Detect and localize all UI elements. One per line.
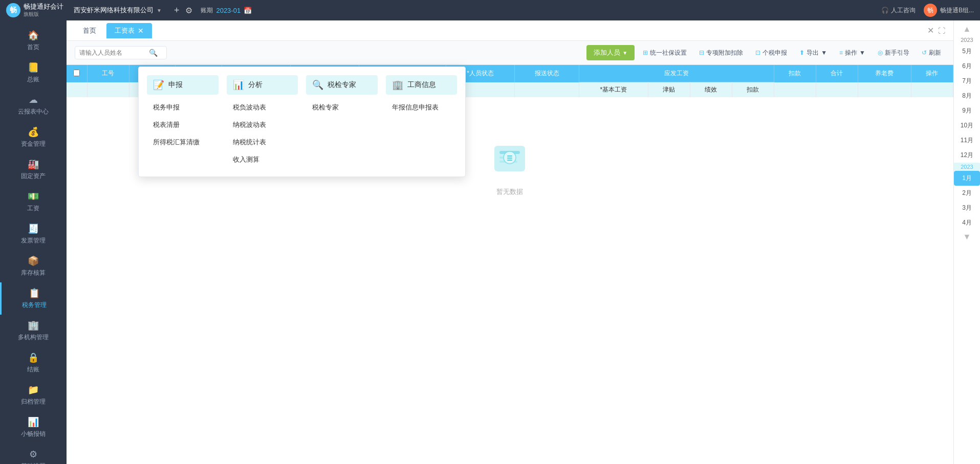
empty-text: 暂无数据 (496, 187, 523, 196)
user-info[interactable]: 畅 畅捷通B组... (924, 4, 974, 17)
social-security-button[interactable]: ⊞ 统一社保设置 (639, 47, 691, 59)
sidebar-item-tax[interactable]: 📋 税务管理 (0, 282, 67, 315)
popup-header-business: 🏢 工商信息 (386, 75, 458, 95)
sidebar-item-cloud-report[interactable]: ☁ 云报表中心 (0, 89, 67, 121)
add-btn-label: 添加人员 (594, 48, 620, 57)
calendar-month-5[interactable]: 5月 (954, 44, 980, 59)
menu-item-income-tax-settle[interactable]: 所得税汇算清缴 (147, 134, 219, 151)
operate-button[interactable]: ≡ 操作 ▼ (835, 47, 869, 59)
app-subtitle: 旗舰版 (24, 11, 63, 18)
svg-rect-7 (507, 160, 512, 161)
sidebar-item-multi-org[interactable]: 🏢 多机构管理 (0, 315, 67, 347)
calendar-month-8[interactable]: 8月 (954, 89, 980, 103)
tab-home[interactable]: 首页 (75, 23, 104, 38)
calendar-month-6[interactable]: 6月 (954, 59, 980, 74)
top-bar-right: 🎧 人工咨询 畅 畅捷通B组... (881, 4, 974, 17)
menu-item-tax-burden[interactable]: 税负波动表 (227, 99, 298, 116)
export-button[interactable]: ⬆ 导出 ▼ (795, 47, 831, 59)
content-area: 首页 工资表 ✕ ✕ ⛶ 🔍 添加人员 ▼ ⊞ (67, 20, 953, 464)
add-btn-arrow: ▼ (622, 50, 627, 56)
menu-item-income-calc[interactable]: 收入测算 (227, 151, 298, 168)
sidebar-item-home[interactable]: 🏠 首页 (0, 25, 67, 57)
inventory-icon: 📦 (28, 255, 39, 267)
th-allowance: 津贴 (648, 82, 690, 98)
th-salary-group: 应发工资 (579, 65, 774, 82)
calendar-month-1-active[interactable]: 1月 (954, 171, 980, 186)
svg-rect-5 (507, 156, 512, 157)
period-label: 账期 (201, 6, 213, 15)
guide-button[interactable]: ◎ 新手引导 (874, 47, 913, 59)
top-bar: 畅 畅捷通好会计 旗舰版 西安虾米网络科技有限公司 ▼ + ⚙ 账期 2023-… (0, 0, 980, 20)
export-icon: ⬆ (799, 49, 804, 56)
calendar-month-12[interactable]: 12月 (954, 148, 980, 163)
select-all-checkbox[interactable] (73, 70, 80, 76)
archive-icon: 📁 (28, 384, 39, 395)
sidebar-item-archive[interactable]: 📁 归档管理 (0, 379, 67, 411)
calendar-month-10[interactable]: 10月 (954, 118, 980, 133)
social-icon: ⊞ (643, 49, 648, 56)
th-performance: 绩效 (690, 82, 732, 98)
tax-declaration-button[interactable]: ⊡ 个税申报 (751, 47, 791, 59)
th-checkbox[interactable] (67, 65, 87, 82)
th-sub-empty2 (87, 82, 129, 98)
cloud-icon: ☁ (29, 94, 38, 105)
add-employee-button[interactable]: 添加人员 ▼ (586, 45, 635, 60)
sidebar-item-fund[interactable]: 💰 资金管理 (0, 121, 67, 153)
tax-icon: 📋 (29, 288, 40, 299)
tab-close-icon[interactable]: ✕ (138, 27, 144, 35)
help-button[interactable]: 🎧 人工咨询 (881, 6, 916, 15)
th-action: 操作 (911, 65, 953, 82)
settings-icon[interactable]: ⚙ (185, 6, 192, 15)
company-selector[interactable]: 西安虾米网络科技有限公司 ▼ (74, 6, 162, 15)
calendar-nav-down[interactable]: ▼ (954, 230, 980, 244)
window-maximize-icon[interactable]: ⛶ (938, 27, 945, 35)
menu-item-annual-report[interactable]: 年报信息申报表 (386, 99, 458, 116)
popup-col-tax-expert: 🔍 税检专家 税检专家 (306, 75, 378, 168)
tab-salary-label: 工资表 (115, 26, 135, 35)
popup-grid: 📝 申报 税务申报 税表清册 所得税汇算清缴 📊 分析 税负波动表 纳税波动表 … (147, 75, 457, 168)
calendar-year-label: 2023 (961, 36, 973, 44)
calendar-month-4[interactable]: 4月 (954, 215, 980, 230)
search-input[interactable] (79, 49, 146, 56)
sidebar-item-closing[interactable]: 🔒 结账 (0, 347, 67, 379)
svg-rect-6 (507, 158, 512, 159)
period-value[interactable]: 2023-01 (216, 7, 241, 14)
calendar-month-11[interactable]: 11月 (954, 133, 980, 148)
special-deduction-button[interactable]: ⊟ 专项附加扣除 (695, 47, 747, 59)
sidebar-item-fixed-assets[interactable]: 🏭 固定资产 (0, 153, 67, 186)
calendar-month-3[interactable]: 3月 (954, 201, 980, 215)
calendar-nav-up[interactable]: ▲ (954, 23, 980, 36)
menu-item-tax-expert[interactable]: 税检专家 (306, 99, 378, 116)
xiaochang-icon: 📊 (28, 416, 39, 428)
menu-item-tax-payment[interactable]: 纳税波动表 (227, 116, 298, 134)
refresh-button[interactable]: ↺ 刷新 (918, 47, 945, 59)
business-icon: 🏢 (392, 79, 403, 91)
app-logo: 畅 畅捷通好会计 旗舰版 (6, 3, 63, 18)
home-icon: 🏠 (28, 30, 39, 41)
sidebar-item-salary[interactable]: 💵 工资 (0, 186, 67, 218)
sidebar-item-xiaochang[interactable]: 📊 小畅报销 (0, 411, 67, 444)
add-icon[interactable]: + (174, 5, 180, 16)
tab-salary[interactable]: 工资表 ✕ (106, 23, 152, 38)
sidebar-item-invoice[interactable]: 🧾 发票管理 (0, 218, 67, 250)
refresh-icon: ↺ (922, 49, 927, 56)
sidebar: 🏠 首页 📒 总账 ☁ 云报表中心 💰 资金管理 🏭 固定资产 💵 工资 🧾 发… (0, 20, 67, 464)
sidebar-item-basic[interactable]: ⚙ 基础设置 (0, 444, 67, 464)
special-icon: ⊟ (699, 49, 704, 56)
sidebar-item-inventory[interactable]: 📦 库存核算 (0, 250, 67, 282)
calendar-icon[interactable]: 📅 (244, 7, 252, 14)
calendar-month-9[interactable]: 9月 (954, 103, 980, 118)
th-sub-empty10 (774, 82, 816, 98)
menu-item-tax-stats[interactable]: 纳税统计表 (227, 134, 298, 151)
calendar-month-2[interactable]: 2月 (954, 186, 980, 201)
calendar-month-7[interactable]: 7月 (954, 74, 980, 89)
search-box: 🔍 (75, 46, 167, 59)
th-report-status: 报送状态 (515, 65, 579, 82)
sidebar-item-ledger[interactable]: 📒 总账 (0, 57, 67, 89)
menu-item-tax-register[interactable]: 税表清册 (147, 116, 219, 134)
window-close-icon[interactable]: ✕ (927, 26, 934, 35)
menu-item-tax-declaration[interactable]: 税务申报 (147, 99, 219, 116)
popup-header-tax-expert: 🔍 税检专家 (306, 75, 378, 95)
basic-icon: ⚙ (29, 449, 37, 460)
calendar-year-2023-marker: 2023 (954, 163, 980, 171)
